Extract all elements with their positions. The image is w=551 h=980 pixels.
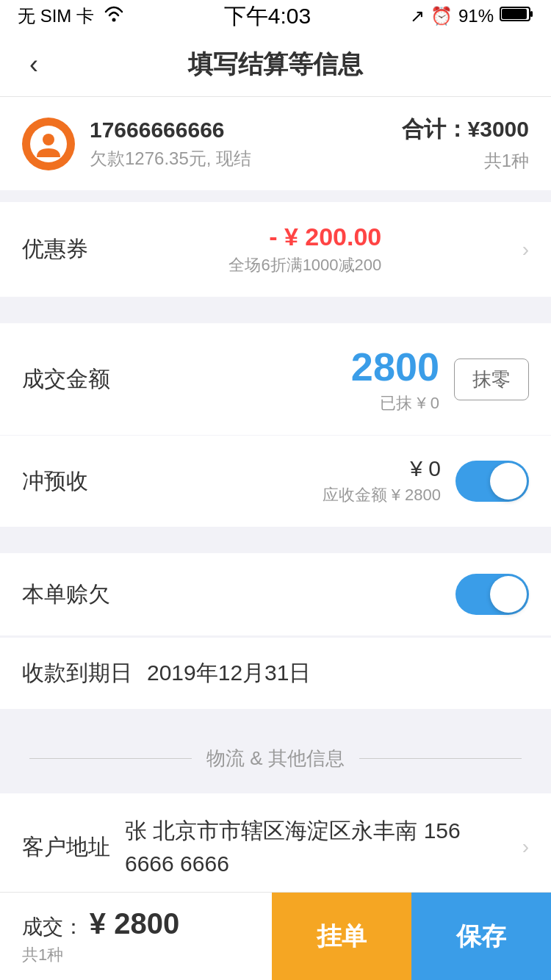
address-label: 客户地址 <box>22 832 110 862</box>
customer-info: 17666666666 欠款1276.35元, 现结 <box>90 118 251 170</box>
deal-amount-label: 成交金额 <box>22 364 110 394</box>
content: 17666666666 欠款1276.35元, 现结 合计：¥3000 共1种 … <box>0 97 551 980</box>
prepaid-desc: 应收金额 ¥ 2800 <box>323 484 441 506</box>
debt-toggle[interactable] <box>455 574 529 615</box>
prepaid-row: 冲预收 ¥ 0 应收金额 ¥ 2800 <box>0 436 551 527</box>
page-title: 填写结算等信息 <box>188 48 363 82</box>
logistics-line-left <box>29 758 192 759</box>
chevron-right-icon: › <box>522 238 529 262</box>
customer-phone: 17666666666 <box>90 118 251 143</box>
status-right: ↗ ⏰ 91% <box>410 6 533 26</box>
svg-point-0 <box>112 18 116 22</box>
coupon-right: - ¥ 200.00 全场6折满1000减200 <box>228 223 381 276</box>
status-time: 下午4:03 <box>224 1 311 32</box>
logistics-line-right <box>359 758 522 759</box>
customer-debt: 欠款1276.35元, 现结 <box>90 147 251 170</box>
alarm-icon: ⏰ <box>431 6 453 26</box>
total-count: 共1种 <box>402 149 529 173</box>
coupon-row[interactable]: 优惠券 - ¥ 200.00 全场6折满1000减200 › <box>0 202 551 297</box>
due-date-value: 2019年12月31日 <box>147 658 311 688</box>
coupon-label: 优惠券 <box>22 234 88 264</box>
debt-toggle-thumb <box>490 576 527 613</box>
wifi-icon <box>103 6 125 26</box>
debt-section: 本单赊欠 <box>0 553 551 635</box>
svg-rect-2 <box>530 11 533 17</box>
coupon-value: - ¥ 200.00 <box>228 223 381 251</box>
amount-right: 2800 已抹 ¥ 0 抹零 <box>351 344 529 414</box>
address-section[interactable]: 客户地址 张 北京市市辖区海淀区永丰南 156 6666 6666 › <box>0 793 551 901</box>
section-divider-1 <box>0 309 551 323</box>
prepaid-toggle[interactable] <box>455 461 529 502</box>
status-bar: 无 SIM 卡 下午4:03 ↗ ⏰ 91% <box>0 0 551 32</box>
total-amount: 合计：¥3000 <box>402 115 529 145</box>
bottom-bar: 成交： ¥ 2800 共1种 挂单 保存 <box>0 892 551 980</box>
customer-left: 17666666666 欠款1276.35元, 现结 <box>22 118 251 170</box>
status-left: 无 SIM 卡 <box>18 4 125 28</box>
nav-bar: ‹ 填写结算等信息 <box>0 32 551 97</box>
no-sim-label: 无 SIM 卡 <box>18 4 94 28</box>
toggle-thumb <box>490 463 527 500</box>
back-button[interactable]: ‹ <box>22 42 46 87</box>
svg-rect-3 <box>502 9 527 19</box>
hold-order-button[interactable]: 挂单 <box>272 893 411 981</box>
avatar <box>22 118 75 170</box>
bottom-deal-count: 共1种 <box>22 944 250 966</box>
customer-total: 合计：¥3000 共1种 <box>402 115 529 173</box>
prepaid-label: 冲预收 <box>22 466 88 497</box>
logistics-divider: 物流 & 其他信息 <box>0 746 551 771</box>
amount-row: 成交金额 2800 已抹 ¥ 0 抹零 <box>0 323 551 436</box>
logistics-text: 物流 & 其他信息 <box>192 746 359 771</box>
section-divider-2 <box>0 527 551 541</box>
prepaid-value: ¥ 0 应收金额 ¥ 2800 <box>323 456 441 506</box>
bottom-deal-row: 成交： ¥ 2800 <box>22 907 250 941</box>
bottom-summary: 成交： ¥ 2800 共1种 <box>0 907 272 966</box>
debt-label: 本单赊欠 <box>22 580 110 610</box>
location-icon: ↗ <box>410 6 425 26</box>
save-button[interactable]: 保存 <box>411 893 551 981</box>
address-chevron-right-icon: › <box>522 835 529 859</box>
section-divider-3 <box>0 709 551 724</box>
round-button[interactable]: 抹零 <box>454 359 529 400</box>
bottom-deal-label: 成交： <box>22 915 84 938</box>
due-date-section: 收款到期日 2019年12月31日 <box>0 637 551 709</box>
prepaid-amount: ¥ 0 <box>323 456 441 481</box>
due-date-row: 收款到期日 2019年12月31日 <box>22 658 529 688</box>
svg-point-4 <box>43 134 54 145</box>
bottom-deal-amount: ¥ 2800 <box>90 907 179 940</box>
deal-amount-sub: 已抹 ¥ 0 <box>351 392 439 414</box>
battery-icon <box>500 6 533 26</box>
deal-amount-value: 2800 <box>351 344 439 389</box>
battery-label: 91% <box>458 6 494 26</box>
due-date-label: 收款到期日 <box>22 658 132 688</box>
customer-card: 17666666666 欠款1276.35元, 现结 合计：¥3000 共1种 <box>0 97 551 190</box>
prepaid-right: ¥ 0 应收金额 ¥ 2800 <box>323 456 529 506</box>
amount-section: 成交金额 2800 已抹 ¥ 0 抹零 冲预收 ¥ 0 应收金额 ¥ 2800 <box>0 323 551 527</box>
address-value: 张 北京市市辖区海淀区永丰南 156 6666 6666 <box>125 814 508 880</box>
coupon-desc: 全场6折满1000减200 <box>228 254 381 276</box>
